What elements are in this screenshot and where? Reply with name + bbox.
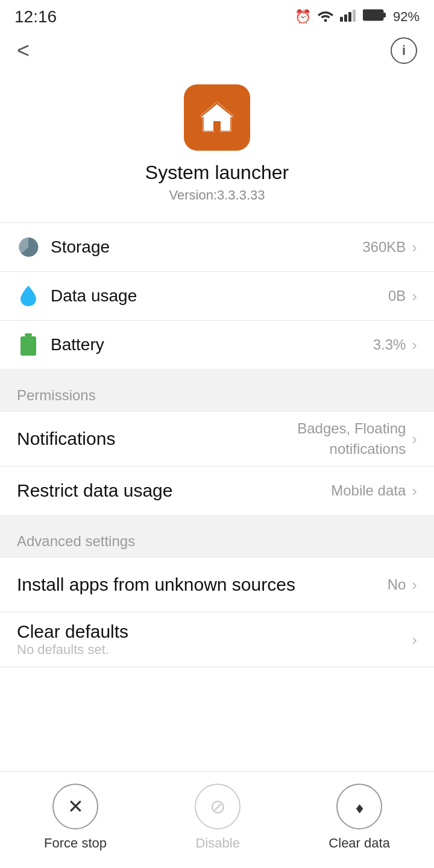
advanced-section-header: Advanced settings bbox=[0, 521, 434, 557]
storage-label: Storage bbox=[51, 237, 362, 257]
svg-rect-12 bbox=[20, 336, 36, 356]
svg-rect-1 bbox=[340, 17, 343, 22]
svg-rect-7 bbox=[212, 121, 222, 131]
notifications-chevron: › bbox=[412, 430, 417, 448]
svg-point-0 bbox=[324, 19, 327, 22]
storage-value: 360KB bbox=[362, 239, 406, 256]
force-stop-icon: ✕ bbox=[68, 795, 84, 818]
battery-chevron: › bbox=[412, 336, 417, 354]
data-usage-row[interactable]: Data usage 0B › bbox=[0, 272, 434, 320]
restrict-data-value: Mobile data bbox=[331, 482, 406, 499]
wifi-icon bbox=[317, 8, 334, 25]
app-name: System launcher bbox=[145, 162, 289, 184]
back-button[interactable]: < bbox=[17, 40, 30, 61]
data-usage-icon bbox=[18, 285, 39, 307]
clear-defaults-chevron: › bbox=[412, 631, 417, 649]
signal-icon bbox=[340, 8, 357, 25]
install-apps-chevron: › bbox=[412, 576, 417, 594]
clear-defaults-sub: No defaults set. bbox=[17, 642, 412, 658]
status-time: 12:16 bbox=[14, 7, 57, 27]
svg-rect-11 bbox=[25, 333, 32, 336]
bottom-action-bar: ✕ Force stop ⊘ Disable ⬧ Clear data bbox=[0, 771, 434, 868]
install-apps-value: No bbox=[388, 576, 406, 593]
clear-defaults-row[interactable]: Clear defaults No defaults set. › bbox=[0, 612, 434, 667]
home-icon bbox=[198, 98, 236, 137]
restrict-data-label: Restrict data usage bbox=[17, 480, 331, 501]
bottom-spacer bbox=[0, 667, 434, 752]
storage-icon-container bbox=[17, 236, 40, 259]
notifications-value: Badges, Floatingnotifications bbox=[297, 418, 406, 459]
force-stop-label: Force stop bbox=[44, 835, 107, 851]
svg-rect-5 bbox=[363, 10, 383, 20]
clear-defaults-content: Clear defaults No defaults set. bbox=[17, 621, 412, 658]
storage-row[interactable]: Storage 360KB › bbox=[0, 223, 434, 271]
install-apps-label: Install apps from unknown sources bbox=[17, 572, 388, 597]
restrict-data-row[interactable]: Restrict data usage Mobile data › bbox=[0, 467, 434, 515]
permissions-label: Permissions bbox=[17, 387, 96, 403]
data-usage-value: 0B bbox=[388, 288, 406, 304]
battery-row[interactable]: Battery 3.3% › bbox=[0, 321, 434, 369]
disable-button[interactable]: ⊘ Disable bbox=[195, 784, 241, 851]
notifications-row[interactable]: Notifications Badges, Floatingnotificati… bbox=[0, 412, 434, 466]
battery-icon-container bbox=[17, 333, 40, 356]
alarm-icon: ⏰ bbox=[295, 9, 311, 25]
svg-rect-4 bbox=[353, 10, 356, 22]
data-usage-icon-container bbox=[17, 285, 40, 307]
advanced-label: Advanced settings bbox=[17, 533, 135, 549]
storage-icon bbox=[17, 236, 39, 258]
clear-data-circle: ⬧ bbox=[336, 784, 382, 829]
force-stop-button[interactable]: ✕ Force stop bbox=[44, 784, 107, 851]
svg-rect-6 bbox=[383, 13, 386, 17]
disable-label: Disable bbox=[196, 835, 240, 851]
info-button[interactable]: i bbox=[391, 37, 417, 64]
clear-defaults-label: Clear defaults bbox=[17, 621, 412, 642]
clear-data-label: Clear data bbox=[329, 835, 390, 851]
notifications-label: Notifications bbox=[17, 429, 297, 449]
battery-value: 3.3% bbox=[373, 336, 406, 353]
top-nav: < i bbox=[0, 31, 434, 70]
battery-percent: 92% bbox=[393, 9, 420, 25]
battery-row-icon bbox=[20, 333, 37, 356]
section-divider-advanced bbox=[0, 515, 434, 521]
restrict-data-chevron: › bbox=[412, 482, 417, 500]
permissions-section-header: Permissions bbox=[0, 375, 434, 411]
data-usage-chevron: › bbox=[412, 287, 417, 306]
battery-label: Battery bbox=[51, 335, 373, 354]
force-stop-circle: ✕ bbox=[52, 784, 98, 829]
svg-rect-2 bbox=[344, 14, 347, 22]
app-header: System launcher Version:3.3.3.33 bbox=[0, 70, 434, 222]
status-icons: ⏰ 92% bbox=[295, 8, 420, 25]
section-divider-permissions bbox=[0, 369, 434, 375]
battery-icon bbox=[363, 8, 387, 25]
disable-icon: ⊘ bbox=[210, 795, 226, 818]
disable-circle: ⊘ bbox=[195, 784, 241, 829]
info-icon: i bbox=[402, 43, 406, 58]
install-apps-content: Install apps from unknown sources bbox=[17, 572, 388, 597]
app-version: Version:3.3.3.33 bbox=[169, 187, 265, 203]
app-icon bbox=[184, 84, 250, 151]
storage-chevron: › bbox=[412, 238, 417, 257]
install-apps-row[interactable]: Install apps from unknown sources No › bbox=[0, 558, 434, 612]
status-bar: 12:16 ⏰ 92% bbox=[0, 0, 434, 31]
clear-data-button[interactable]: ⬧ Clear data bbox=[329, 784, 390, 851]
data-usage-label: Data usage bbox=[51, 286, 388, 306]
svg-rect-3 bbox=[348, 12, 351, 22]
clear-data-icon: ⬧ bbox=[354, 796, 365, 818]
